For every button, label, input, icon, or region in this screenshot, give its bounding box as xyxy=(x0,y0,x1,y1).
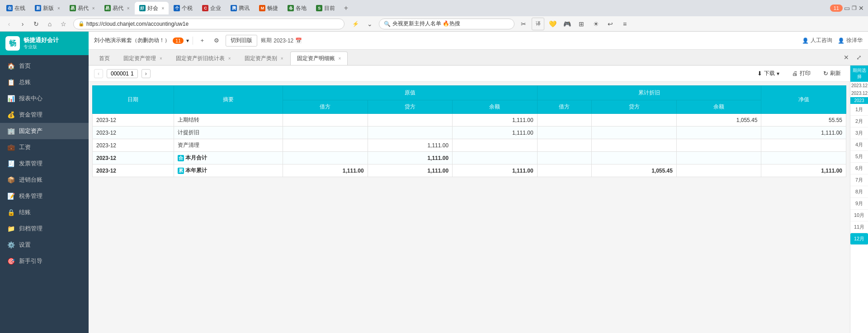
tab-close-asset-category[interactable]: × xyxy=(281,56,283,61)
sidebar-item-label-tax: 税务管理 xyxy=(19,192,42,200)
sidebar-item-fixed-assets[interactable]: 🏢 固定资产 xyxy=(0,123,89,139)
switch-version-button[interactable]: 切到旧版 xyxy=(226,35,257,47)
scissors-icon[interactable]: ✂ xyxy=(517,18,530,30)
tab-close-depreciation-stats[interactable]: × xyxy=(228,56,231,61)
games-icon[interactable]: 🎮 xyxy=(561,18,573,30)
tab-fixed-asset-mgmt[interactable]: 固定资产管理 × xyxy=(117,52,169,65)
tab-close-4[interactable]: × xyxy=(127,6,130,11)
tab-close-all-icon[interactable]: ✕ xyxy=(841,52,852,63)
period-month-6[interactable]: 6月 xyxy=(850,163,868,174)
extension-dropdown[interactable]: ⌄ xyxy=(363,18,376,30)
account-selector[interactable]: 刘小艳演示账套（勿删勿动！） 11 ▾ xyxy=(94,37,189,44)
window-restore-icon[interactable]: ❐ xyxy=(851,5,857,11)
address-bar[interactable]: 🔒 https://cloud.chanjet.com/accounting/u… xyxy=(73,19,344,29)
refresh-button[interactable]: ↻ 刷新 xyxy=(820,68,844,79)
wallet-icon[interactable]: 💛 xyxy=(546,18,559,30)
tab-asset-detail[interactable]: 固定资产明细账 × xyxy=(290,52,348,65)
user-avatar-icon: 👤 xyxy=(838,38,844,44)
period-month-3[interactable]: 3月 xyxy=(850,127,868,139)
grid-icon[interactable]: ⊞ xyxy=(575,18,588,30)
cell-summary-4: 合本月合计 xyxy=(174,152,283,164)
sidebar-item-label-fixed-assets: 固定资产 xyxy=(19,127,42,135)
sidebar-logo: 畅 xyxy=(5,36,20,51)
browser-tab-3[interactable]: 易 易代 × xyxy=(65,2,99,14)
tab-close-2[interactable]: × xyxy=(57,6,60,11)
prev-record-button[interactable]: ‹ xyxy=(94,69,103,78)
cell-orig-credit-5: 1,111.00 xyxy=(368,164,453,177)
help-icon: 👤 xyxy=(802,38,809,44)
period-month-1[interactable]: 1月 xyxy=(850,104,868,116)
window-close-icon[interactable]: ✕ xyxy=(858,5,864,11)
tab-close-5[interactable]: × xyxy=(162,6,165,11)
sidebar-item-guide[interactable]: 🎯 新手引导 xyxy=(0,253,89,269)
tab-close-3[interactable]: × xyxy=(92,6,95,11)
browser-tab-2[interactable]: 新 新版 × xyxy=(30,2,65,14)
settings-btn[interactable]: + xyxy=(197,35,208,46)
forward-button[interactable]: › xyxy=(17,19,28,29)
browser-tab-10[interactable]: 各 各地 xyxy=(283,2,311,14)
print-button[interactable]: 🖨 打印 xyxy=(788,68,814,79)
sidebar-item-funds[interactable]: 💰 资金管理 xyxy=(0,107,89,123)
sidebar-item-home[interactable]: 🏠 首页 xyxy=(0,58,89,74)
browser-tab-7[interactable]: C 企业 xyxy=(198,2,226,14)
new-tab-button[interactable]: + xyxy=(340,2,352,14)
col-acc-balance: 余额 xyxy=(676,100,761,114)
home-button[interactable]: ⌂ xyxy=(44,19,55,29)
period-month-11[interactable]: 11月 xyxy=(850,221,868,233)
period-month-10[interactable]: 10月 xyxy=(850,210,868,221)
tab-expand-icon[interactable]: ⤢ xyxy=(854,52,864,63)
download-button[interactable]: ⬇ 下载 ▾ xyxy=(754,68,783,79)
tab-label-1: 在线 xyxy=(14,5,25,12)
menu-icon[interactable]: ≡ xyxy=(618,18,631,30)
next-record-button[interactable]: › xyxy=(142,69,151,78)
period-month-9[interactable]: 9月 xyxy=(850,198,868,210)
account-settings-btn[interactable]: ⚙ xyxy=(211,35,222,46)
period-month-8[interactable]: 8月 xyxy=(850,186,868,198)
sidebar-item-ledger[interactable]: 📋 总账 xyxy=(0,74,89,90)
period-month-12[interactable]: 12月 xyxy=(850,233,868,245)
sidebar-item-invoice[interactable]: 🧾 发票管理 xyxy=(0,155,89,172)
user-profile[interactable]: 👤 徐泽华 xyxy=(838,37,863,44)
period-month-4[interactable]: 4月 xyxy=(850,139,868,151)
browser-tab-6[interactable]: 个 个税 xyxy=(169,2,197,14)
sidebar-item-payroll[interactable]: 💼 工资 xyxy=(0,139,89,155)
tab-asset-category[interactable]: 固定资产类别 × xyxy=(238,52,290,65)
sidebar-item-closing[interactable]: 🔒 结账 xyxy=(0,204,89,220)
refresh-label: 刷新 xyxy=(830,70,841,77)
sidebar-item-reports[interactable]: 📊 报表中心 xyxy=(0,90,89,107)
search-bar[interactable]: 🔍 央视更新主持人名单 🔥热搜 xyxy=(379,19,514,29)
reload-button[interactable]: ↻ xyxy=(31,19,42,29)
tab-favicon-1: 在 xyxy=(6,5,13,11)
period-month-2[interactable]: 2月 xyxy=(850,116,868,127)
tab-fixed-asset-mgmt-label: 固定资产管理 xyxy=(123,55,156,62)
tab-close-asset-detail[interactable]: × xyxy=(339,56,341,61)
sidebar-item-settings[interactable]: ⚙️ 设置 xyxy=(0,237,89,253)
period-month-5[interactable]: 5月 xyxy=(850,151,868,163)
tab-home[interactable]: 首页 xyxy=(92,52,117,65)
bookmark-button[interactable]: ☆ xyxy=(58,19,69,29)
cell-orig-balance-2: 1,111.00 xyxy=(453,127,538,139)
cell-acc-credit-1 xyxy=(592,114,677,127)
sidebar-item-archive[interactable]: 📁 归档管理 xyxy=(0,220,89,237)
browser-tab-5[interactable]: 好 好会 × xyxy=(135,2,169,14)
sidebar-item-purchase-sale[interactable]: 📦 进销台账 xyxy=(0,172,89,188)
undo-icon[interactable]: ↩ xyxy=(604,18,617,30)
tab-depreciation-stats[interactable]: 固定资产折旧统计表 × xyxy=(169,52,238,65)
cell-orig-credit-4: 1,111.00 xyxy=(368,152,453,164)
sidebar-app-title: 畅捷通好会计 xyxy=(24,37,59,44)
browser-tab-4[interactable]: 易 易代 × xyxy=(100,2,134,14)
browser-tab-11[interactable]: S 目前 xyxy=(311,2,340,14)
back-button[interactable]: ‹ xyxy=(4,19,14,29)
period-month-7[interactable]: 7月 xyxy=(850,174,868,186)
record-id: 000001 xyxy=(111,70,129,77)
brightness-icon[interactable]: ☀ xyxy=(590,18,602,30)
translate-icon[interactable]: 译 xyxy=(532,18,544,30)
browser-tab-8[interactable]: 腾 腾讯 xyxy=(226,2,254,14)
window-minimize-icon[interactable]: ▭ xyxy=(844,5,850,11)
extension-icon-1[interactable]: ⚡ xyxy=(349,18,362,30)
help-button[interactable]: 👤 人工咨询 xyxy=(802,37,832,44)
sidebar-item-tax[interactable]: 📝 税务管理 xyxy=(0,188,89,204)
browser-tab-1[interactable]: 在 在线 xyxy=(2,2,30,14)
tab-close-fixed-asset-mgmt[interactable]: × xyxy=(160,56,162,61)
browser-tab-9[interactable]: M 畅捷 xyxy=(255,2,283,14)
